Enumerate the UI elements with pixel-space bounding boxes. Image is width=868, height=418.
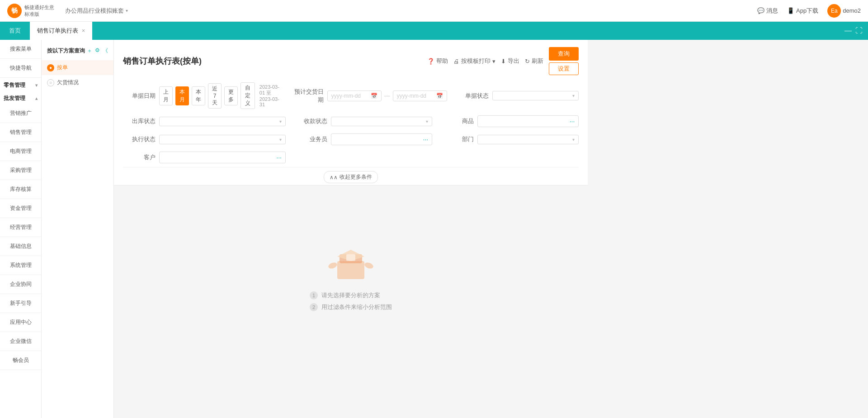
- expected-date-end[interactable]: yyyy-mm-dd 📅: [393, 90, 447, 101]
- date-btn-this-year[interactable]: 本年: [192, 86, 205, 105]
- sidebar-item-app-center[interactable]: 应用中心: [0, 313, 41, 332]
- goods-input[interactable]: ···: [477, 115, 579, 127]
- tab-home[interactable]: 首页: [0, 22, 30, 40]
- filter-row-customer: 客户 ···: [123, 152, 579, 163]
- collapse-panel-icon[interactable]: 《: [103, 47, 108, 55]
- payment-select[interactable]: ▾: [331, 117, 432, 126]
- status-select[interactable]: ▾: [492, 91, 579, 100]
- date-btn-custom[interactable]: 自定义: [241, 82, 255, 109]
- setting-button[interactable]: 设置: [549, 62, 579, 75]
- expected-date-label: 预计交货日期: [291, 88, 327, 104]
- brand-logo: 畅 畅捷通好生意 标准版: [7, 4, 54, 18]
- date-btn-7days[interactable]: 近7天: [208, 83, 222, 109]
- header-left: 畅 畅捷通好生意 标准版 办公用品行业模拟账套 ▾: [7, 4, 128, 18]
- top-header: 畅 畅捷通好生意 标准版 办公用品行业模拟账套 ▾ 💬 消息 📱 App下载 E…: [0, 0, 868, 22]
- sidebar-section-retail[interactable]: 零售管理 ▾: [0, 78, 41, 91]
- date-btn-more[interactable]: 更多: [224, 86, 238, 105]
- sidebar-item-inventory[interactable]: 库存核算: [0, 180, 41, 199]
- payment-label: 收款状态: [295, 117, 331, 125]
- sidebar-item-sales[interactable]: 销售管理: [0, 123, 41, 142]
- sidebar-item-purchase[interactable]: 采购管理: [0, 161, 41, 180]
- page-header: 销售订单执行表(按单) ❓ 帮助 🖨 按模板打印 ▾: [114, 40, 588, 185]
- filter-row-date: 单据日期 上月 本月 本年 近7天 更多 自定义 2023-03-01 至 20…: [123, 82, 579, 109]
- help-button[interactable]: ❓ 帮助: [427, 57, 448, 65]
- svg-rect-0: [337, 261, 364, 279]
- sidebar-item-quick-nav[interactable]: 快捷导航: [0, 59, 41, 78]
- page: 按以下方案查询 ＋ ⚙ 《 ● 按单 ○ 欠货情况 销售订单执行表(按: [42, 40, 588, 418]
- main-layout: 搜索菜单 快捷导航 零售管理 ▾ 批发管理 ▴ 营销推广 销售管理 电商管理 采…: [0, 40, 868, 418]
- tab-close-icon[interactable]: ×: [82, 28, 85, 34]
- tip-text-1: 请先选择要分析的方案: [321, 291, 380, 299]
- export-button[interactable]: ⬇ 导出: [501, 57, 519, 65]
- salesman-input[interactable]: ···: [331, 133, 432, 145]
- template-print-button[interactable]: 🖨 按模板打印 ▾: [453, 57, 495, 65]
- shipment-select[interactable]: ▾: [159, 117, 286, 126]
- app-download-button[interactable]: 📱 App下载: [787, 7, 818, 15]
- tab-active[interactable]: 销售订单执行表 ×: [30, 22, 92, 40]
- left-panel-header: 按以下方案查询 ＋ ⚙ 《: [42, 45, 113, 60]
- empty-illustration: [328, 241, 373, 286]
- empty-tips: 1 请先选择要分析的方案 2 用过滤条件来缩小分析范围: [310, 291, 392, 311]
- date-separator: —: [384, 92, 390, 99]
- more-icon: ···: [570, 118, 575, 125]
- chevron-down-icon: ▾: [572, 93, 575, 98]
- minimize-icon[interactable]: —: [844, 27, 852, 35]
- plan-item-欠货情况[interactable]: ○ 欠货情况: [42, 75, 113, 90]
- more-icon-2: ···: [423, 136, 429, 143]
- svg-rect-3: [346, 254, 355, 261]
- goods-label: 商品: [441, 117, 477, 125]
- sidebar-item-marketing[interactable]: 营销推广: [0, 104, 41, 123]
- expected-date-start[interactable]: yyyy-mm-dd 📅: [327, 90, 382, 101]
- dept-select[interactable]: ▾: [477, 135, 579, 144]
- date-btn-this-month[interactable]: 本月: [175, 86, 189, 105]
- sidebar-item-enterprise[interactable]: 企业协同: [0, 275, 41, 294]
- chevron-down-icon-5: ▾: [572, 137, 575, 142]
- sidebar-item-system[interactable]: 系统管理: [0, 256, 41, 275]
- message-button[interactable]: 💬 消息: [757, 7, 778, 15]
- sidebar-item-basic[interactable]: 基础信息: [0, 237, 41, 256]
- maximize-icon[interactable]: ⛶: [855, 27, 863, 35]
- tip-num-1: 1: [310, 291, 318, 299]
- svg-point-5: [364, 261, 373, 270]
- filter-row-exec: 执行状态 ▾ 业务员 ···: [123, 133, 579, 145]
- query-button[interactable]: 查询: [549, 47, 579, 61]
- collapse-row: ∧∧ 收起更多条件: [123, 167, 579, 185]
- add-plan-icon[interactable]: ＋: [87, 47, 92, 55]
- sidebar-item-finance[interactable]: 资金管理: [0, 199, 41, 218]
- collapse-label: 收起更多条件: [340, 173, 372, 181]
- date-btn-last-month[interactable]: 上月: [159, 86, 173, 105]
- customer-label: 客户: [123, 153, 159, 162]
- date-group: 上月 本月 本年 近7天 更多 自定义 2023-03-01 至 2023-03…: [159, 82, 282, 109]
- edit-plan-icon[interactable]: ⚙: [95, 47, 100, 55]
- empty-tip-1: 1 请先选择要分析的方案: [310, 291, 392, 299]
- sidebar-item-ecommerce[interactable]: 电商管理: [0, 142, 41, 161]
- sidebar-item-member[interactable]: 畅会员: [0, 351, 41, 370]
- dept-label: 部门: [441, 135, 477, 143]
- user-avatar[interactable]: Ea demo2: [827, 4, 861, 18]
- brand-text: 畅捷通好生意 标准版: [24, 4, 54, 17]
- avatar: Ea: [827, 4, 841, 18]
- empty-tip-2: 2 用过滤条件来缩小分析范围: [310, 303, 392, 311]
- sidebar-item-guide[interactable]: 新手引导: [0, 294, 41, 313]
- chevron-down-icon: ▾: [35, 83, 38, 88]
- calendar-icon: 📅: [371, 93, 377, 99]
- status-label: 单据状态: [456, 92, 492, 100]
- exec-select[interactable]: ▾: [159, 135, 286, 144]
- chevron-up-icon: ▴: [35, 96, 38, 101]
- plan-item-按单[interactable]: ● 按单: [42, 60, 113, 75]
- shipment-label: 出库状态: [123, 117, 159, 125]
- more-icon-3: ···: [276, 154, 282, 161]
- plan-label-2: 欠货情况: [57, 79, 79, 86]
- sidebar-section-wholesale[interactable]: 批发管理 ▴: [0, 91, 41, 104]
- sidebar-item-wechat[interactable]: 企业微信: [0, 332, 41, 351]
- filter-area: 单据日期 上月 本月 本年 近7天 更多 自定义 2023-03-01 至 20…: [123, 82, 579, 185]
- breadcrumb-dropdown-icon[interactable]: ▾: [126, 8, 128, 13]
- customer-input[interactable]: ···: [159, 152, 286, 163]
- tab-bar-actions: — ⛶: [839, 27, 868, 35]
- collapse-button[interactable]: ∧∧ 收起更多条件: [324, 171, 378, 183]
- chevron-down-icon-3: ▾: [426, 119, 428, 124]
- sidebar-item-operations[interactable]: 经营管理: [0, 218, 41, 237]
- help-icon: ❓: [427, 58, 434, 65]
- refresh-button[interactable]: ↻ 刷新: [525, 57, 543, 65]
- sidebar-item-search[interactable]: 搜索菜单: [0, 40, 41, 59]
